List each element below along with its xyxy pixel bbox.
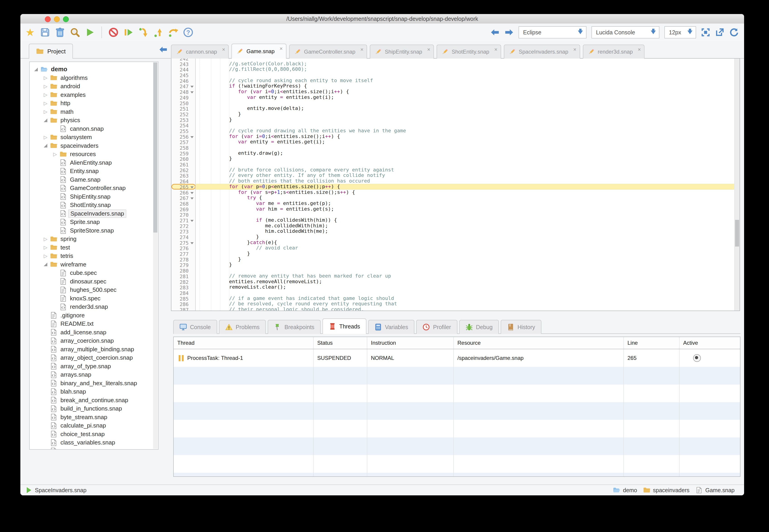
- project-tab[interactable]: Project: [29, 44, 73, 59]
- code-line-243[interactable]: 243 //g.setColor(Color.black);: [171, 61, 734, 67]
- tree-item-byte_stream.snap[interactable]: byte_stream.snap: [30, 413, 152, 422]
- close-icon[interactable]: ×: [427, 46, 430, 53]
- help-icon[interactable]: ?: [183, 27, 194, 38]
- editor-tab-cannon.snap[interactable]: cannon.snap×: [171, 45, 229, 59]
- tree-item-Entity.snap[interactable]: Entity.snap: [30, 167, 152, 176]
- line-number-gutter[interactable]: 285: [171, 296, 196, 301]
- code-line-249[interactable]: 249 var entity = entities.get(i);: [171, 95, 734, 100]
- tree-item-render3d.snap[interactable]: render3d.snap: [30, 303, 152, 311]
- editor-tab-ShipEntity.snap[interactable]: ShipEntity.snap×: [370, 45, 434, 59]
- editor-scrollbar[interactable]: [734, 59, 740, 311]
- tree-item-GameController.snap[interactable]: GameController.snap: [30, 184, 152, 192]
- tree-scrollbar[interactable]: [153, 62, 157, 449]
- line-number-gutter[interactable]: 258: [171, 145, 196, 150]
- tree-item-math[interactable]: ▷math: [30, 108, 152, 116]
- tree-item-solarsystem[interactable]: ▷solarsystem: [30, 133, 152, 142]
- tree-item-resources[interactable]: ▷resources: [30, 150, 152, 159]
- code-line-267[interactable]: 267 try {: [171, 195, 734, 201]
- tree-item-http[interactable]: ▷http: [30, 99, 152, 108]
- line-number-gutter[interactable]: 278: [171, 257, 196, 262]
- code-line-274[interactable]: 274 }: [171, 234, 734, 240]
- tree-item-class_variables.snap[interactable]: class_variables.snap: [30, 438, 152, 447]
- code-line-278[interactable]: 278 }: [171, 257, 734, 262]
- table-row[interactable]: ProcessTask: Thread-1SUSPENDEDNORMAL/spa…: [174, 349, 740, 367]
- editor-scrollbar-thumb[interactable]: [735, 220, 739, 247]
- breadcrumb-item[interactable]: Game.snap: [705, 487, 735, 494]
- column-header-line[interactable]: Line: [624, 337, 680, 349]
- chevron-collapsed-icon[interactable]: ▷: [41, 245, 50, 250]
- editor-tab-render3d.snap[interactable]: render3d.snap×: [583, 45, 645, 59]
- code-line-264[interactable]: 264 // both entities that the collision …: [171, 178, 734, 184]
- code-line-263[interactable]: 263 // every other entity. If any of the…: [171, 173, 734, 178]
- code-editor[interactable]: 242243 //g.setColor(Color.black);244 //g…: [171, 58, 740, 311]
- line-number-gutter[interactable]: 269: [171, 206, 196, 212]
- tree-item-examples[interactable]: ▷examples: [30, 91, 152, 99]
- editor-tab-Game.snap[interactable]: Game.snap×: [232, 44, 286, 59]
- line-number-gutter[interactable]: 252: [171, 111, 196, 117]
- line-number-gutter[interactable]: 279: [171, 262, 196, 268]
- code-line-266[interactable]: 266 for (var s=p+1;s<entities.size();s++…: [171, 190, 734, 195]
- line-number-gutter[interactable]: 287: [171, 307, 196, 311]
- tree-item-AlienEntity.snap[interactable]: AlienEntity.snap: [30, 159, 152, 167]
- tree-item-array_multiple_binding.snap[interactable]: array_multiple_binding.snap: [30, 345, 152, 354]
- theme-select[interactable]: Eclipse: [518, 26, 587, 38]
- maximize-window-button[interactable]: [63, 16, 69, 22]
- code-line-269[interactable]: 269 var him = entities.get(s);: [171, 206, 734, 212]
- code-line-270[interactable]: 270: [171, 212, 734, 217]
- code-line-273[interactable]: 273 him.collidedWith(me);: [171, 228, 734, 234]
- chevron-collapsed-icon[interactable]: ▷: [41, 135, 50, 140]
- tree-item-Game.snap[interactable]: Game.snap: [30, 176, 152, 184]
- tree-item-spaceinvaders[interactable]: spaceinvaders: [30, 142, 152, 150]
- code-line-276[interactable]: 276 // avoid clear: [171, 245, 734, 251]
- code-line-253[interactable]: 253 }: [171, 117, 734, 123]
- editor-tab-SpaceInvaders.snap[interactable]: SpaceInvaders.snap×: [504, 45, 580, 59]
- line-number-gutter[interactable]: 270: [171, 212, 196, 217]
- close-icon[interactable]: ×: [494, 46, 497, 53]
- tree-item-SpriteStore.snap[interactable]: SpriteStore.snap: [30, 226, 152, 235]
- code-line-245[interactable]: 245: [171, 72, 734, 78]
- tree-item-add_license.snap[interactable]: add_license.snap: [30, 328, 152, 337]
- breadcrumb-item[interactable]: spaceinvaders: [653, 487, 690, 494]
- line-number-gutter[interactable]: 248: [171, 89, 196, 95]
- chevron-expanded-icon[interactable]: [32, 68, 40, 71]
- line-number-gutter[interactable]: 261: [171, 161, 196, 167]
- line-number-gutter[interactable]: 253: [171, 117, 196, 123]
- star-icon[interactable]: ★: [25, 27, 35, 38]
- forward-icon[interactable]: [504, 28, 513, 37]
- tree-item-cube.spec[interactable]: cube.spec: [30, 269, 152, 277]
- line-number-gutter[interactable]: 254: [171, 122, 196, 128]
- editor-tab-GameController.snap[interactable]: GameController.snap×: [289, 45, 367, 59]
- chevron-collapsed-icon[interactable]: ▷: [51, 152, 59, 157]
- column-header-active[interactable]: Active: [680, 337, 740, 349]
- code-line-268[interactable]: 268 var me = entities.get(p);: [171, 201, 734, 206]
- tree-item-hughes_500.spec[interactable]: hughes_500.spec: [30, 286, 152, 294]
- code-line-248[interactable]: 248 for (var i=0;i<entities.size();i++) …: [171, 89, 734, 95]
- line-number-gutter[interactable]: 260: [171, 156, 196, 161]
- line-number-gutter[interactable]: 257: [171, 139, 196, 145]
- chevron-collapsed-icon[interactable]: ▷: [41, 109, 50, 114]
- chevron-collapsed-icon[interactable]: ▷: [41, 236, 50, 242]
- chevron-expanded-icon[interactable]: [41, 119, 50, 122]
- back-icon[interactable]: [490, 28, 499, 37]
- panel-tab-console[interactable]: Console: [173, 320, 217, 334]
- active-radio[interactable]: [693, 354, 701, 362]
- code-line-282[interactable]: 282 entities.removeAll(removeList);: [171, 279, 734, 285]
- tree-item-algorithms[interactable]: ▷algorithms: [30, 74, 152, 82]
- line-number-gutter[interactable]: 277: [171, 251, 196, 257]
- resume-icon[interactable]: [123, 27, 133, 38]
- code-line-251[interactable]: 251 entity.move(delta);: [171, 106, 734, 111]
- tree-item-binary_and_hex_literals.snap[interactable]: binary_and_hex_literals.snap: [30, 379, 152, 388]
- tree-item-tetris[interactable]: ▷tetris: [30, 252, 152, 260]
- panel-tab-breakpoints[interactable]: Breakpoints: [268, 320, 321, 334]
- line-number-gutter[interactable]: 259: [171, 150, 196, 156]
- breadcrumb-item[interactable]: demo: [623, 487, 637, 494]
- tree-item-blah.snap[interactable]: blah.snap: [30, 387, 152, 396]
- code-line-279[interactable]: 279 }: [171, 262, 734, 268]
- code-line-255[interactable]: 255 // cycle round drawing all the entit…: [171, 128, 734, 134]
- step-out-icon[interactable]: [153, 27, 163, 38]
- line-number-gutter[interactable]: 274: [171, 234, 196, 240]
- code-line-283[interactable]: 283 removeList.clear();: [171, 284, 734, 290]
- code-line-254[interactable]: 254: [171, 122, 734, 128]
- chevron-expanded-icon[interactable]: [41, 263, 50, 266]
- tree-scrollbar-thumb[interactable]: [153, 62, 157, 233]
